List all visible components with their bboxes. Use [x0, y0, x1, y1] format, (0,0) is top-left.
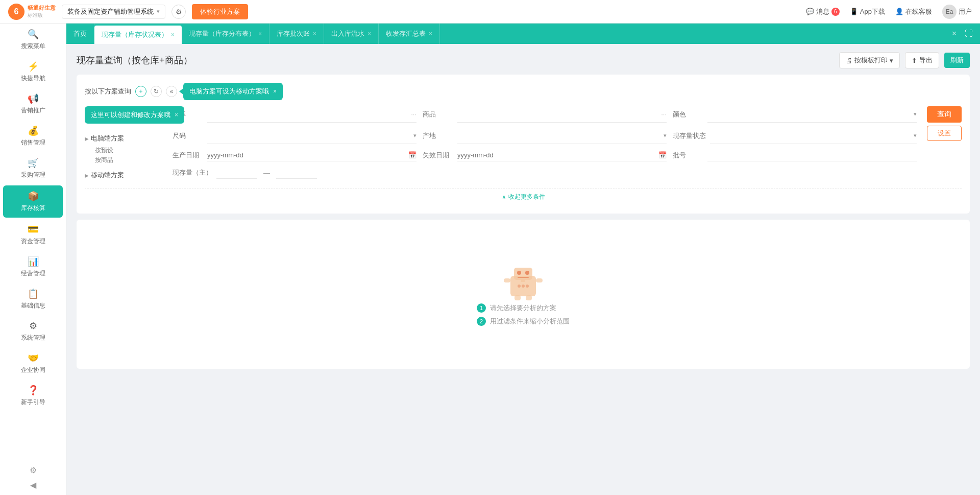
tab-close-stock-status[interactable]: ×: [171, 31, 175, 38]
batch-no-input[interactable]: [707, 149, 917, 161]
tab-close-batch-account[interactable]: ×: [313, 30, 316, 37]
expire-date-calendar-icon[interactable]: 📅: [658, 151, 667, 159]
sidebar-item-inventory[interactable]: 📦 库存核算: [3, 185, 63, 218]
tooltip1-close[interactable]: ×: [273, 88, 277, 95]
add-scheme-button[interactable]: +: [135, 86, 146, 97]
tab-close-receipt-summary[interactable]: ×: [429, 30, 432, 37]
tab-batch-account[interactable]: 库存批次账 ×: [270, 23, 324, 44]
stock-main-to[interactable]: [276, 167, 317, 179]
refresh-button[interactable]: 刷新: [944, 53, 970, 68]
print-icon: 🖨: [846, 57, 852, 64]
filter-color: 颜色 ▾: [673, 106, 917, 123]
batch-no-label: 批号: [673, 151, 703, 160]
sidebar-item-enterprise[interactable]: 🤝 企业协同: [0, 347, 66, 380]
sidebar-collapse-icon[interactable]: ◀: [30, 480, 36, 490]
query-button[interactable]: 查询: [927, 106, 962, 123]
logo-area: 6 畅通好生意 标准版: [8, 4, 56, 20]
sidebar-item-system[interactable]: ⚙ 系统管理: [0, 315, 66, 347]
filter-main-area: 这里可以创建和修改方案哦 × ▶ 电脑端方案 按预设 按商品: [85, 106, 962, 184]
warehouse-select[interactable]: ···: [207, 106, 416, 123]
color-label: 颜色: [673, 110, 703, 119]
tooltip-arrow: [179, 88, 183, 95]
collapse-up-icon: ∧: [502, 194, 506, 201]
collapse-bar[interactable]: ∧ 收起更多条件: [85, 188, 962, 205]
tree-mobile-schemes[interactable]: ▶ 移动端方案: [85, 169, 166, 182]
tab-receipt-summary[interactable]: 收发存汇总表 ×: [379, 23, 440, 44]
header-right: 💬 消息 6 📱 App下载 👤 在线客服 Ea 用户: [806, 5, 972, 19]
tab-close-inout-flow[interactable]: ×: [368, 30, 371, 37]
user-area[interactable]: Ea 用户: [942, 5, 972, 19]
tab-home[interactable]: 首页: [66, 23, 94, 44]
user-name[interactable]: 用户: [959, 7, 972, 16]
produce-date-calendar-icon[interactable]: 📅: [408, 151, 416, 159]
service-icon: 👤: [895, 8, 903, 15]
svg-rect-7: [536, 278, 543, 282]
expire-date-picker[interactable]: 📅: [457, 149, 667, 161]
tab-close-stock-dist[interactable]: ×: [258, 30, 262, 37]
origin-input[interactable]: [457, 130, 664, 142]
goods-dots[interactable]: ···: [661, 110, 667, 118]
tab-stock-dist[interactable]: 现存量（库存分布表） ×: [182, 23, 270, 44]
svg-rect-5: [521, 279, 525, 282]
expire-date-input[interactable]: [457, 149, 658, 161]
refresh-scheme-button[interactable]: ↻: [151, 86, 162, 97]
set-button[interactable]: 设置: [927, 126, 962, 141]
app-download-button[interactable]: 📱 App下载: [850, 7, 885, 16]
tree-mobile-expand-icon: ▶: [85, 173, 89, 178]
filter-goods: 商品 ···: [423, 106, 667, 123]
export-button[interactable]: ⬆ 导出: [905, 52, 939, 68]
tab-bar-actions: × ⛶: [950, 27, 980, 40]
produce-date-picker[interactable]: 📅: [207, 149, 416, 161]
sidebar-item-marketing[interactable]: 📢 营销推广: [0, 88, 66, 120]
sidebar-item-basic-info[interactable]: 📋 基础信息: [0, 283, 66, 315]
stock-status-select[interactable]: ▾: [710, 128, 917, 144]
settings-button[interactable]: ⚙: [172, 5, 186, 19]
back-scheme-button[interactable]: «: [166, 86, 177, 97]
svg-rect-1: [514, 268, 532, 280]
tree-desktop-child1: 按预设: [85, 145, 166, 155]
system-name-selector[interactable]: 装备及固定资产辅助管理系统 ▾: [62, 5, 165, 19]
guide-icon: ❓: [28, 385, 39, 396]
color-input[interactable]: [707, 108, 914, 120]
sidebar-item-sales[interactable]: 💰 销售管理: [0, 120, 66, 152]
online-service-button[interactable]: 👤 在线客服: [895, 7, 932, 16]
size-input[interactable]: [207, 130, 413, 142]
stock-main-from[interactable]: [216, 167, 257, 179]
message-button[interactable]: 💬 消息 6: [806, 7, 840, 16]
stock-status-input[interactable]: [710, 130, 914, 142]
print-button[interactable]: 🖨 按模板打印 ▾: [839, 52, 900, 68]
size-select[interactable]: ▾: [207, 128, 416, 144]
origin-select[interactable]: ▾: [457, 128, 667, 144]
tab-stock-status[interactable]: 现存量（库存状况表） ×: [94, 26, 182, 44]
color-select[interactable]: ▾: [707, 106, 917, 123]
goods-input[interactable]: [457, 108, 661, 120]
search-panel: 按以下方案查询 + ↻ « 电脑方案可设为移动方案哦 ×: [77, 75, 970, 214]
sidebar-item-finance[interactable]: 💳 资金管理: [0, 219, 66, 251]
sidebar-item-operations[interactable]: 📊 经营管理: [0, 251, 66, 283]
sidebar-item-purchase[interactable]: 🛒 采购管理: [0, 152, 66, 184]
trial-button[interactable]: 体验行业方案: [192, 4, 248, 19]
tab-close-all-icon[interactable]: ×: [950, 27, 959, 40]
sidebar-settings-icon[interactable]: ⚙: [30, 465, 37, 475]
tab-expand-icon[interactable]: ⛶: [963, 27, 975, 40]
warehouse-dots[interactable]: ···: [411, 110, 416, 118]
content-area: 首页 现存量（库存状况表） × 现存量（库存分布表） × 库存批次账 × 出入库…: [66, 23, 980, 495]
goods-select[interactable]: ···: [457, 106, 667, 123]
warehouse-input[interactable]: [207, 108, 411, 120]
sidebar-item-quick-nav[interactable]: ⚡ 快捷导航: [0, 56, 66, 88]
tab-inout-flow[interactable]: 出入库流水 ×: [324, 23, 379, 44]
produce-date-input[interactable]: [207, 149, 408, 161]
sidebar-item-search-menu[interactable]: 🔍 搜索菜单: [0, 23, 66, 56]
tooltip2-close[interactable]: ×: [175, 111, 178, 119]
filter-stock-status: 现存量状态 ▾: [673, 128, 917, 144]
filter-row-1: 仓库 ··· 商品: [173, 106, 917, 123]
svg-rect-8: [514, 295, 521, 300]
basic-info-icon: 📋: [28, 288, 39, 299]
system-chevron-icon: ▾: [157, 8, 160, 15]
expire-date-label: 失效日期: [423, 151, 453, 160]
message-icon: 💬: [806, 8, 814, 15]
tree-desktop-schemes[interactable]: ▶ 电脑端方案: [85, 132, 166, 145]
system-icon: ⚙: [29, 320, 37, 332]
sidebar-item-guide[interactable]: ❓ 新手引导: [0, 380, 66, 412]
results-area: 1 请先选择要分析的方案 2 用过滤条件来缩小分析范围: [77, 220, 970, 369]
